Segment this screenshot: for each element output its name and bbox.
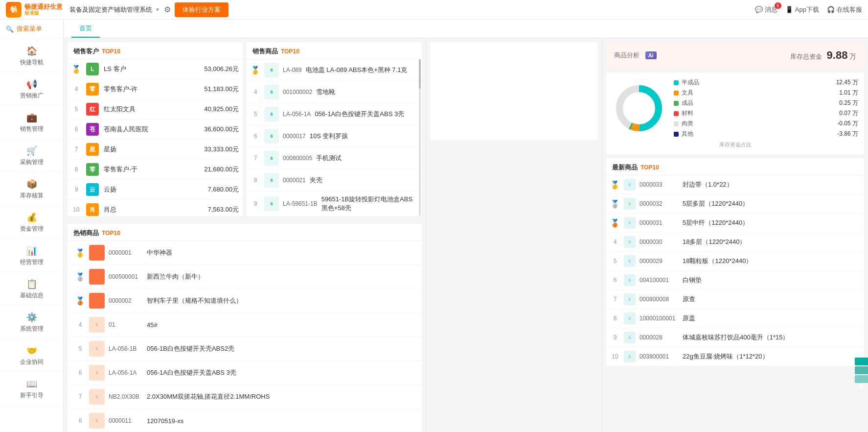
prod-img-4: 6 [264, 85, 279, 99]
customer-badge-10: 肖 [86, 203, 99, 216]
customer-name-8: 零售客户-于 [104, 165, 199, 174]
sidebar-label-guide: 新手引导 [20, 391, 44, 400]
inventory-amount-label: 库存总资金 [790, 53, 822, 60]
system-selector[interactable]: 装备及固定资产辅助管理系统 ▼ [69, 5, 160, 14]
sidebar-item-system[interactable]: ⚙️ 系统管理 [0, 305, 63, 338]
hot-name-8: 12070519-xs [147, 417, 414, 425]
main-content: 首页 销售客户 TOP10 🥇 L L [64, 20, 868, 432]
mid-column [426, 38, 602, 432]
new-prod-num-5: 5 [610, 258, 620, 264]
new-products-top10: TOP10 [640, 164, 659, 171]
hot-code-7: NB2.0X30B [109, 393, 143, 400]
customer-amount-9: 7,680.00元 [207, 185, 239, 194]
home-icon: 🏠 [26, 46, 37, 56]
hot-num-5: 5 [75, 345, 85, 352]
tab-home[interactable]: 首页 [71, 20, 100, 38]
sidebar-item-marketing[interactable]: 📢 营销推广 [0, 72, 63, 105]
new-prod-img-10: 6 [624, 351, 636, 362]
sidebar-item-enterprise[interactable]: 🤝 企业协同 [0, 338, 63, 372]
cs-hotline-button[interactable]: 客服热线 [855, 358, 868, 365]
hot-code-5: LA-056-1B [109, 345, 143, 352]
customer-ranking-list: 🥇 L LS 客户 53,006.26元 4 零 零售客户-许 51,183.0… [68, 59, 243, 216]
hot-code-1: 0000001 [109, 249, 143, 256]
hot-name-1: 中华神器 [147, 248, 414, 257]
right-column: 商品分析 Ai 库存总资金 9.88 万 [602, 38, 868, 432]
hot-img-4: 6 [89, 317, 105, 333]
customer-badge-1: L [86, 63, 99, 75]
customer-badge-7: 星 [86, 143, 99, 156]
system-arrow-icon: ▼ [155, 7, 160, 12]
message-button[interactable]: 💬 消息 6 [755, 5, 777, 14]
hot-img-7: 6 [89, 389, 105, 405]
legend-dot-4 [674, 111, 679, 116]
cs-community-button[interactable]: 服务社区 [855, 366, 868, 374]
basic-icon: 📋 [26, 279, 37, 289]
sidebar-item-purchase[interactable]: 🛒 采购管理 [0, 139, 63, 172]
legend-item-4: 材料 0.07 万 [674, 109, 858, 118]
customer-badge-4: 零 [86, 83, 99, 96]
new-prod-code-9: 0000028 [640, 334, 679, 341]
prod-img-5: 6 [264, 107, 279, 121]
sidebar-item-nav[interactable]: 🏠 快捷导航 [0, 39, 63, 72]
hot-code-8: 0000011 [109, 417, 143, 424]
legend-name-5: 肉类 [682, 120, 834, 128]
online-service-button[interactable]: 🎧 在线客服 [827, 5, 862, 14]
customer-name-1: LS 客户 [104, 65, 199, 73]
marketing-icon: 📢 [26, 79, 37, 90]
customer-name-5: 红太阳文具 [104, 105, 199, 114]
rank-num-9: 9 [71, 186, 81, 193]
cs-live-button[interactable]: 直播 [855, 375, 868, 383]
mid-placeholder [430, 42, 598, 140]
message-badge: 6 [775, 2, 781, 9]
new-prod-img-7: 6 [624, 293, 636, 305]
new-prod-code-8: 10000100001 [640, 315, 679, 322]
app-download-button[interactable]: 📱 App下载 [785, 5, 819, 14]
legend-val-3: 0.25 万 [839, 99, 858, 107]
hot-name-6: 056-1A白色按键开关盖ABS 3壳 [147, 368, 414, 377]
customer-badge-5: 红 [86, 103, 99, 116]
new-prod-img-4: 6 [624, 236, 636, 248]
sidebar-item-operations[interactable]: 📊 经营管理 [0, 239, 63, 272]
legend-name-3: 成品 [682, 99, 836, 107]
logo-sub: 标准版 [24, 10, 63, 16]
settings-icon[interactable]: ⚙ [164, 5, 171, 14]
legend-val-6: -3.86 万 [837, 130, 858, 138]
new-prod-medal-1: 🥇 [610, 180, 620, 190]
sidebar-label-nav: 快捷导航 [20, 58, 44, 67]
new-prod-name-10: 22g鱼豆腐·烧烤味（1*12*20） [683, 352, 860, 361]
customer-ranking-title: 销售客户 [73, 47, 99, 56]
enterprise-icon: 🤝 [26, 345, 37, 356]
hot-products-title: 热销商品 [73, 229, 99, 238]
customer-rank-item: 6 苍 苍南县人民医院 36,600.00元 [68, 120, 243, 140]
sidebar-item-sales[interactable]: 💼 销售管理 [0, 105, 63, 139]
hot-img-3 [89, 293, 105, 309]
inventory-unit: 万 [849, 52, 856, 60]
sidebar-item-basic[interactable]: 📋 基础信息 [0, 272, 63, 305]
product-ranking-header: 销售商品 TOP10 [247, 42, 422, 59]
new-prod-name-4: 18多层（1220*2440） [683, 238, 860, 246]
hot-img-1 [89, 245, 105, 261]
prod-name-5: 056-1A白色按键开关盖ABS 3壳 [315, 110, 418, 119]
product-rank-item: 4 6 001000002 雪地靴 [247, 81, 422, 103]
medal-1-icon: 🥇 [71, 65, 81, 74]
sidebar-item-finance[interactable]: 💰 资金管理 [0, 205, 63, 239]
donut-container: 半成品 12.45 万 文具 1.01 万 成品 0.25 万 [612, 78, 858, 138]
rank-num-4: 4 [71, 86, 81, 93]
new-prod-num-8: 8 [610, 315, 620, 322]
sidebar-item-guide[interactable]: 📖 新手引导 [0, 372, 63, 405]
prod-img-8: 6 [264, 173, 279, 188]
trial-button[interactable]: 体验行业方案 [175, 2, 228, 17]
hot-num-6: 6 [75, 369, 85, 376]
hot-product-item: 6 6 LA-056-1A 056-1A白色按键开关盖ABS 3壳 [68, 361, 422, 385]
new-prod-code-7: 000800008 [640, 296, 679, 303]
scrollbar-thumb[interactable] [419, 59, 421, 89]
sidebar: 🔍 搜索菜单 🏠 快捷导航 📢 营销推广 💼 销售管理 🛒 采购管理 📦 库存核… [0, 20, 64, 432]
new-prod-code-1: 0000033 [640, 181, 679, 188]
sidebar-search[interactable]: 🔍 搜索菜单 [0, 20, 63, 39]
sidebar-item-inventory[interactable]: 📦 库存核算 [0, 172, 63, 205]
guide-icon: 📖 [26, 379, 37, 389]
new-products-title: 最新商品 [612, 163, 638, 172]
new-prod-item: 🥉 6 0000031 5层中纤（1220*2440） [606, 214, 864, 233]
hot-code-2: 000500001 [109, 273, 143, 280]
sidebar-label-marketing: 营销推广 [20, 92, 44, 100]
